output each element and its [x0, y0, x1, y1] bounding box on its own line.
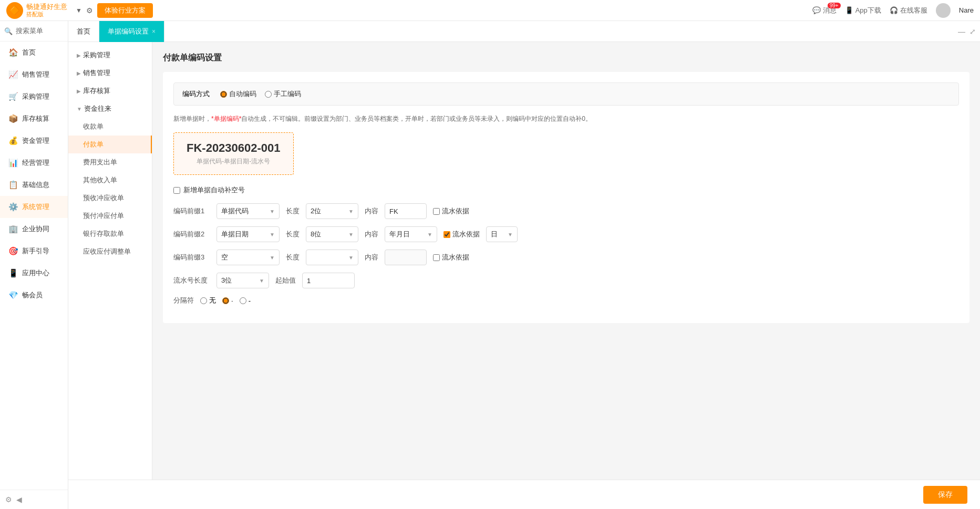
sidebar-item-guide[interactable]: 🎯 新手引导 [0, 240, 68, 262]
prefix2-select[interactable]: 单据日期 ▼ [216, 226, 280, 242]
sidebar-item-system[interactable]: ⚙️ 系统管理 [0, 196, 68, 218]
sidebar-collapse-icon[interactable]: ◀ [16, 495, 22, 504]
coding-method-label: 编码方式 [182, 89, 210, 99]
group-inventory-arrow: ▶ [77, 88, 81, 94]
code-preview: FK-20230602-001 单据代码-单据日期-流水号 [173, 132, 294, 175]
sidebar-item-corp[interactable]: 🏢 企业协同 [0, 218, 68, 240]
tab-current[interactable]: 单据编码设置 × [99, 21, 164, 42]
sidebar-item-sales[interactable]: 📈 销售管理 [0, 64, 68, 86]
user-avatar[interactable] [936, 3, 951, 18]
sub-item-expense[interactable]: 费用支出单 [68, 153, 152, 171]
prefix2-content-select[interactable]: 年月日 ▼ [385, 226, 437, 242]
prefix2-length-arrow: ▼ [348, 232, 354, 237]
start-value-label: 起始值 [275, 276, 296, 285]
logo: 🔶 畅捷通好生意 搭配版 [6, 2, 67, 19]
nav-arrow[interactable]: ▼ [76, 7, 82, 14]
sidebar-item-inventory[interactable]: 📦 库存核算 [0, 108, 68, 130]
page-title: 付款单编码设置 [163, 53, 969, 64]
sidebar-item-vip[interactable]: 💎 畅会员 [0, 284, 68, 306]
tab-bar: 首页 单据编码设置 × — ⤢ [68, 21, 980, 42]
prefix2-arrow: ▼ [270, 232, 275, 237]
prefix1-length-label: 长度 [286, 206, 300, 216]
group-purchase-arrow: ▶ [77, 53, 81, 58]
sep-dot-input[interactable] [222, 297, 229, 304]
save-button[interactable]: 保存 [923, 486, 967, 504]
sidebar-item-app[interactable]: 📱 应用中心 [0, 262, 68, 284]
service-btn[interactable]: 🎧 在线客服 [890, 6, 927, 15]
code-preview-main: FK-20230602-001 [187, 141, 281, 155]
group-sales-header[interactable]: ▶ 销售管理 [68, 64, 152, 82]
sidebar-item-home[interactable]: 🏠 首页 [0, 41, 68, 64]
prefix1-label: 编码前缀1 [173, 206, 210, 216]
prefix1-select[interactable]: 单据代码 ▼ [216, 203, 280, 219]
sidebar-item-fund[interactable]: 💰 资金管理 [0, 130, 68, 152]
app-icon: 📱 [8, 268, 18, 278]
manual-code-radio[interactable]: 手工编码 [265, 89, 301, 99]
sep-none-radio[interactable]: 无 [200, 296, 216, 305]
prefix3-stream-checkbox[interactable] [433, 254, 440, 261]
guide-icon: 🎯 [8, 246, 18, 256]
group-inventory-header[interactable]: ▶ 库存核算 [68, 82, 152, 100]
auto-fill-checkbox[interactable] [173, 187, 180, 194]
tab-close-icon[interactable]: × [152, 28, 156, 35]
base-icon: 📋 [8, 180, 18, 190]
tab-minimize-icon[interactable]: — [958, 27, 965, 36]
message-btn[interactable]: 💬 消息 99+ [812, 6, 837, 15]
tab-home[interactable]: 首页 [68, 21, 99, 42]
app-download-btn[interactable]: 📱 App下载 [845, 6, 881, 15]
sidebar-settings-icon[interactable]: ⚙ [5, 495, 12, 504]
separator-label: 分隔符 [173, 296, 194, 305]
group-purchase: ▶ 采购管理 [68, 46, 152, 64]
sub-item-adjust[interactable]: 应收应付调整单 [68, 243, 152, 261]
sidebar-item-purchase[interactable]: 🛒 采购管理 [0, 86, 68, 108]
sub-item-payment[interactable]: 付款单 [68, 136, 152, 153]
prefix3-length-arrow: ▼ [348, 255, 354, 261]
stream-length-select[interactable]: 3位 ▼ [216, 273, 269, 288]
sub-item-receipt[interactable]: 收款单 [68, 118, 152, 136]
auto-code-radio[interactable]: 自动编码 [220, 89, 256, 99]
sidebar-item-operation[interactable]: 📊 经营管理 [0, 152, 68, 174]
sub-item-other-income[interactable]: 其他收入单 [68, 171, 152, 189]
prefix1-stream-checkbox[interactable] [433, 208, 440, 215]
prefix2-period-select[interactable]: 日 ▼ [486, 226, 518, 242]
sep-dash-radio[interactable]: - [240, 297, 251, 305]
prefix1-length-select[interactable]: 2位 ▼ [306, 203, 358, 219]
sidebar: 🔍 搜索菜单 🏠 首页 📈 销售管理 🛒 采购管理 📦 库存核算 💰 资金管理 … [0, 21, 68, 509]
group-fund: ▼ 资金往来 收款单 付款单 费用支出单 其他收入单 预收冲应收单 预付冲应付单… [68, 100, 152, 261]
sub-item-pre-payment[interactable]: 预付冲应付单 [68, 207, 152, 225]
info-text: 新增单据时，*单据编码*自动生成，不可编辑。前缀设置为部门、业务员等档案类，开单… [173, 114, 959, 124]
sub-item-bank[interactable]: 银行存取款单 [68, 225, 152, 243]
start-value-input[interactable] [302, 273, 355, 288]
sidebar-search[interactable]: 🔍 搜索菜单 [0, 21, 68, 41]
fund-icon: 💰 [8, 136, 18, 146]
prefix3-select[interactable]: 空 ▼ [216, 250, 280, 265]
coding-radio-group: 自动编码 手工编码 [220, 89, 301, 99]
search-icon: 🔍 [4, 27, 13, 35]
group-purchase-header[interactable]: ▶ 采购管理 [68, 46, 152, 64]
prefix2-content-label: 内容 [365, 230, 378, 239]
prefix1-content-label: 内容 [365, 206, 378, 216]
prefix2-row: 编码前缀2 单据日期 ▼ 长度 8位 ▼ 内容 年月日 [173, 226, 959, 242]
sub-item-pre-receipt[interactable]: 预收冲应收单 [68, 189, 152, 207]
trial-btn[interactable]: 体验行业方案 [97, 3, 153, 18]
auto-code-input[interactable] [220, 91, 227, 98]
manual-code-input[interactable] [265, 91, 272, 98]
prefix2-stream-checkbox[interactable] [443, 231, 450, 238]
auto-fill-label: 新增单据自动补空号 [183, 185, 245, 195]
auto-fill-row: 新增单据自动补空号 [173, 185, 959, 195]
prefix2-length-select[interactable]: 8位 ▼ [306, 226, 358, 242]
sep-dash-input[interactable] [240, 297, 246, 304]
sep-dot-radio[interactable]: · [222, 297, 233, 305]
prefix3-content-label: 内容 [365, 253, 378, 262]
sidebar-item-base[interactable]: 📋 基础信息 [0, 174, 68, 196]
prefix3-label: 编码前缀3 [173, 253, 210, 262]
bottom-bar: 保存 [68, 480, 980, 509]
group-fund-header[interactable]: ▼ 资金往来 [68, 100, 152, 118]
settings-icon[interactable]: ⚙ [86, 6, 93, 15]
prefix3-stream: 流水依据 [433, 253, 469, 262]
main-layout: 🔍 搜索菜单 🏠 首页 📈 销售管理 🛒 采购管理 📦 库存核算 💰 资金管理 … [0, 21, 980, 509]
logo-text: 畅捷通好生意 搭配版 [26, 3, 67, 18]
sep-none-input[interactable] [200, 297, 207, 304]
prefix3-length-select[interactable]: ▼ [306, 250, 358, 265]
tab-expand-icon[interactable]: ⤢ [969, 27, 976, 36]
